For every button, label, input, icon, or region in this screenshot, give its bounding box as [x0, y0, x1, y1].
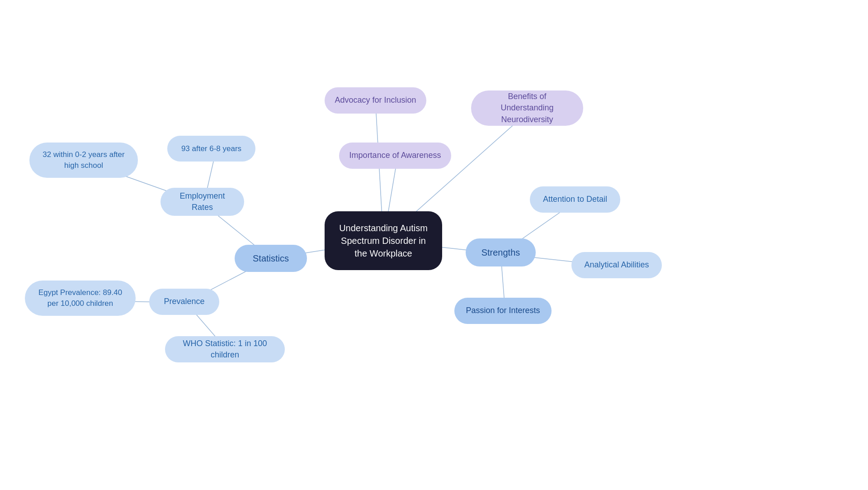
statistics-label: Statistics	[253, 252, 289, 265]
statistics-node: Statistics	[235, 245, 307, 272]
egypt-label: Egypt Prevalence: 89.40 per 10,000 child…	[35, 287, 126, 309]
high-school-node: 32 within 0-2 years after high school	[29, 143, 138, 178]
benefits-node: Benefits of Understanding Neurodiversity	[471, 90, 583, 126]
passion-label: Passion for Interests	[466, 305, 540, 316]
importance-node: Importance of Awareness	[339, 143, 451, 169]
egypt-node: Egypt Prevalence: 89.40 per 10,000 child…	[25, 281, 136, 316]
advocacy-label: Advocacy for Inclusion	[335, 95, 416, 106]
prevalence-label: Prevalence	[164, 296, 204, 307]
analytical-label: Analytical Abilities	[584, 259, 649, 271]
employment-rates-label: Employment Rates	[170, 190, 234, 213]
benefits-label: Benefits of Understanding Neurodiversity	[481, 91, 573, 125]
passion-node: Passion for Interests	[454, 298, 552, 324]
high-school-label: 32 within 0-2 years after high school	[39, 149, 128, 171]
advocacy-node: Advocacy for Inclusion	[325, 87, 426, 114]
after-years-label: 93 after 6-8 years	[181, 143, 241, 154]
strengths-label: Strengths	[481, 246, 520, 259]
attention-label: Attention to Detail	[543, 194, 607, 205]
who-node: WHO Statistic: 1 in 100 children	[165, 336, 285, 362]
attention-node: Attention to Detail	[530, 186, 620, 213]
who-label: WHO Statistic: 1 in 100 children	[175, 338, 275, 361]
employment-rates-node: Employment Rates	[160, 188, 244, 216]
analytical-node: Analytical Abilities	[571, 252, 662, 278]
after-years-node: 93 after 6-8 years	[167, 136, 255, 162]
strengths-node: Strengths	[466, 238, 536, 266]
center-node: Understanding Autism Spectrum Disorder i…	[325, 211, 442, 270]
importance-label: Importance of Awareness	[349, 150, 441, 161]
center-label: Understanding Autism Spectrum Disorder i…	[335, 222, 432, 260]
prevalence-node: Prevalence	[149, 289, 219, 315]
